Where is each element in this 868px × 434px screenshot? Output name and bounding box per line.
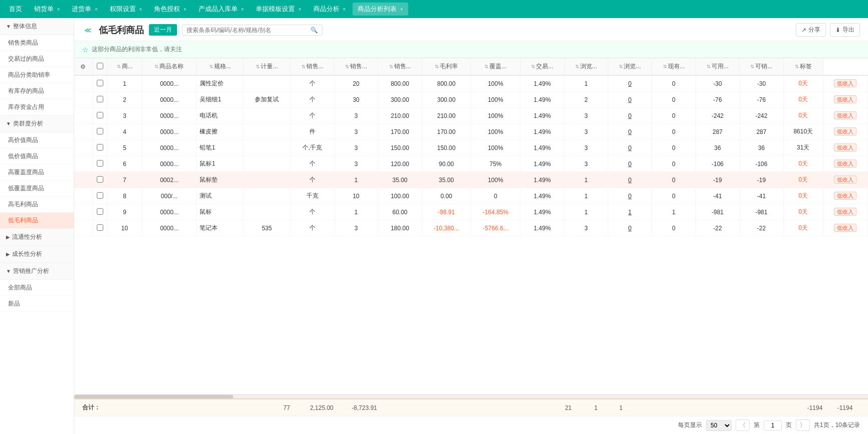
- col-available[interactable]: ⇅可用...: [696, 58, 739, 75]
- views1-link[interactable]: 0: [628, 144, 632, 152]
- sidebar-item-low-value[interactable]: 低价值商品: [0, 149, 74, 165]
- cell-views1[interactable]: 0: [608, 108, 651, 124]
- sidebar-item-low-coverage[interactable]: 低覆盖度商品: [0, 181, 74, 197]
- sidebar-item-high-coverage[interactable]: 高覆盖度商品: [0, 165, 74, 181]
- sidebar-item-capital[interactable]: 库存资金占用: [0, 99, 74, 115]
- scroll-indicator[interactable]: [74, 394, 868, 398]
- views1-link[interactable]: 0: [628, 177, 632, 184]
- sidebar-item-category-rate[interactable]: 商品分类助销率: [0, 67, 74, 83]
- nav-products[interactable]: 产成品入库单 ×: [194, 3, 249, 16]
- cell-views1[interactable]: 0: [608, 140, 651, 156]
- nav-purchase[interactable]: 进货单 ×: [67, 3, 102, 16]
- sidebar-item-high-value[interactable]: 高价值商品: [0, 132, 74, 149]
- nav-close-analysis[interactable]: ×: [342, 7, 345, 12]
- col-sales-amount[interactable]: ⇅销售...: [334, 58, 378, 75]
- row-checkbox[interactable]: [97, 112, 103, 118]
- col-sales-profit[interactable]: ⇅销售...: [378, 58, 422, 75]
- page-number-input[interactable]: [764, 420, 782, 430]
- sidebar-item-low-margin[interactable]: 低毛利商品: [0, 213, 74, 229]
- sidebar-section-flow[interactable]: ▶ 流通性分析: [0, 229, 74, 246]
- cell-checkbox[interactable]: [92, 156, 107, 172]
- sidebar-item-sales-products[interactable]: 销售类商品: [0, 35, 74, 51]
- row-checkbox[interactable]: [97, 160, 103, 167]
- nav-close-analysis-list[interactable]: ×: [400, 7, 403, 12]
- prev-page-button[interactable]: 〈: [736, 419, 750, 431]
- col-coverage[interactable]: ⇅覆盖...: [471, 58, 520, 75]
- views1-link[interactable]: 0: [628, 161, 632, 168]
- cell-views1[interactable]: 0: [608, 124, 651, 140]
- cell-checkbox[interactable]: [92, 220, 107, 236]
- col-checkbox[interactable]: [92, 58, 107, 75]
- nav-roles[interactable]: 角色授权 ×: [149, 3, 191, 16]
- cell-checkbox[interactable]: [92, 204, 107, 220]
- cell-checkbox[interactable]: [92, 140, 107, 156]
- col-current-stock[interactable]: ⇅现有...: [652, 58, 696, 75]
- col-name[interactable]: ⇅商品名称: [142, 58, 197, 75]
- row-checkbox[interactable]: [97, 96, 103, 102]
- views1-link[interactable]: 0: [628, 128, 632, 135]
- collapse-sidebar-btn[interactable]: ≪: [82, 24, 94, 36]
- cell-checkbox[interactable]: [92, 172, 107, 188]
- table-container[interactable]: ⚙ ⇅商... ⇅商品名称 ⇅规格... ⇅计量... ⇅销售... ⇅销售..…: [74, 58, 868, 394]
- nav-analysis[interactable]: 商品分析 ×: [308, 3, 351, 16]
- views1-link[interactable]: 1: [628, 209, 632, 216]
- cell-views1[interactable]: 0: [608, 92, 651, 108]
- nav-close-sales[interactable]: ×: [57, 7, 60, 12]
- page-size-select[interactable]: 50 20 100: [706, 420, 732, 431]
- search-icon[interactable]: 🔍: [310, 27, 318, 34]
- sidebar-section-cluster[interactable]: ▼ 类群度分析: [0, 115, 74, 132]
- sidebar-section-growth[interactable]: ▶ 成长性分析: [0, 246, 74, 263]
- sidebar-section-overall[interactable]: ▼ 整体信息: [0, 18, 74, 35]
- cell-checkbox[interactable]: [92, 188, 107, 204]
- col-sellable[interactable]: ⇅可销...: [740, 58, 783, 75]
- share-button[interactable]: ↗ 分享: [796, 23, 826, 37]
- nav-home[interactable]: 首页: [4, 3, 27, 16]
- views1-link[interactable]: 0: [628, 112, 632, 119]
- col-tag[interactable]: ⇅标签: [783, 58, 823, 75]
- row-checkbox[interactable]: [97, 224, 103, 231]
- search-input[interactable]: [187, 27, 307, 34]
- nav-close-permissions[interactable]: ×: [139, 7, 142, 12]
- sidebar-item-traded-products[interactable]: 交易过的商品: [0, 51, 74, 67]
- cell-checkbox[interactable]: [92, 92, 107, 108]
- next-page-button[interactable]: 〉: [796, 419, 810, 431]
- nav-templates[interactable]: 单据模板设置 ×: [251, 3, 306, 16]
- cell-views1[interactable]: 0: [608, 75, 651, 92]
- nav-close-products[interactable]: ×: [241, 7, 244, 12]
- nav-close-templates[interactable]: ×: [298, 7, 301, 12]
- views1-link[interactable]: 0: [628, 80, 632, 87]
- sidebar-section-marketing[interactable]: ▼ 营销推广分析: [0, 263, 74, 280]
- sidebar-item-high-margin[interactable]: 高毛利商品: [0, 197, 74, 213]
- views1-link[interactable]: 0: [628, 225, 632, 232]
- row-checkbox[interactable]: [97, 80, 103, 86]
- cell-views1[interactable]: 0: [608, 220, 651, 236]
- cell-checkbox[interactable]: [92, 75, 107, 92]
- sidebar-item-new-products[interactable]: 新品: [0, 296, 74, 312]
- sidebar-item-all-products[interactable]: 全部商品: [0, 280, 74, 296]
- views1-link[interactable]: 0: [628, 96, 632, 103]
- col-trade-count[interactable]: ⇅交易...: [520, 58, 564, 75]
- cell-views1[interactable]: 1: [608, 204, 651, 220]
- row-checkbox[interactable]: [97, 144, 103, 151]
- views1-link[interactable]: 0: [628, 193, 632, 200]
- cell-views1[interactable]: 0: [608, 188, 651, 204]
- row-checkbox[interactable]: [97, 176, 103, 183]
- row-checkbox[interactable]: [97, 192, 103, 199]
- col-views1[interactable]: ⇅浏览...: [564, 58, 608, 75]
- select-all-checkbox[interactable]: [97, 63, 103, 69]
- export-button[interactable]: ⬇ 导出: [830, 23, 860, 37]
- col-sales-qty[interactable]: ⇅销售...: [290, 58, 334, 75]
- cell-views1[interactable]: 0: [608, 172, 651, 188]
- col-views2[interactable]: ⇅浏览...: [608, 58, 651, 75]
- col-unit[interactable]: ⇅计量...: [243, 58, 290, 75]
- nav-close-purchase[interactable]: ×: [95, 7, 98, 12]
- nav-close-roles[interactable]: ×: [184, 7, 187, 12]
- row-checkbox[interactable]: [97, 128, 103, 134]
- sidebar-item-in-stock[interactable]: 有库存的商品: [0, 83, 74, 99]
- nav-sales[interactable]: 销货单 ×: [29, 3, 65, 16]
- nav-permissions[interactable]: 权限设置 ×: [105, 3, 147, 16]
- cell-checkbox[interactable]: [92, 108, 107, 124]
- cell-checkbox[interactable]: [92, 124, 107, 140]
- col-gross-margin[interactable]: ⇅毛利率: [422, 58, 471, 75]
- nav-analysis-list[interactable]: 商品分析列表 ×: [353, 3, 408, 16]
